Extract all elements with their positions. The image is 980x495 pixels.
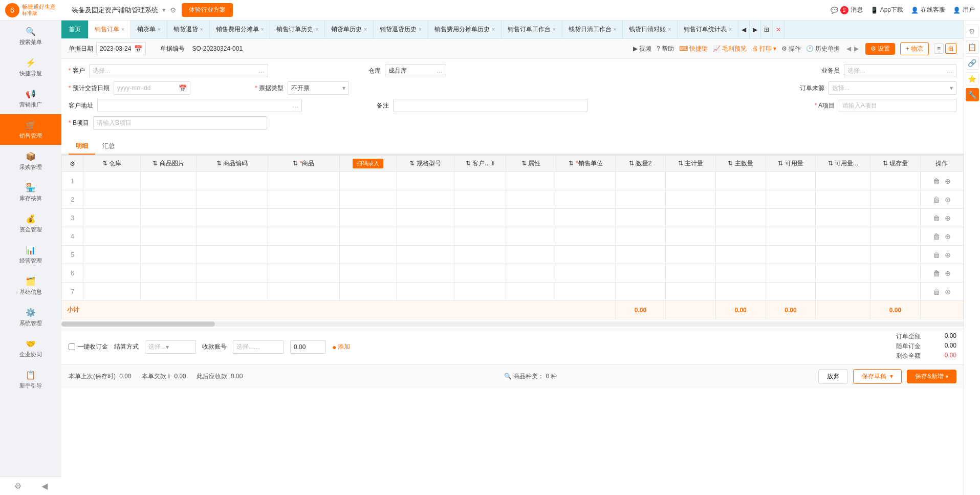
print-btn[interactable]: 🖨 打印 ▾	[752, 45, 776, 53]
tab-prev-btn[interactable]: ◀	[738, 20, 750, 39]
customer-input[interactable]: 选择... …	[89, 64, 268, 77]
sidebar-item-system[interactable]: ⚙️ 系统管理	[0, 302, 61, 333]
tab-sales-expense-close[interactable]: ×	[261, 27, 264, 32]
table-cell[interactable]	[339, 190, 397, 209]
table-cell[interactable]	[454, 190, 506, 209]
right-settings-btn[interactable]: ⚙	[966, 25, 979, 38]
tab-sales-expense-history-close[interactable]: ×	[492, 27, 495, 32]
row-delete-btn[interactable]: 🗑	[931, 288, 942, 296]
table-cell[interactable]	[339, 283, 397, 301]
table-cell[interactable]	[766, 190, 816, 209]
th-attr[interactable]: ⇅ 属性	[506, 156, 556, 172]
one-click-label[interactable]: 一键收订金	[69, 342, 108, 351]
table-cell[interactable]	[506, 264, 556, 283]
table-cell[interactable]	[140, 246, 197, 264]
table-cell[interactable]	[766, 172, 816, 190]
table-cell[interactable]	[397, 172, 454, 190]
table-cell[interactable]	[766, 209, 816, 227]
table-cell[interactable]	[397, 283, 454, 301]
table-cell[interactable]	[339, 172, 397, 190]
table-cell[interactable]	[816, 246, 870, 264]
shortcut-btn[interactable]: ⌨ 快捷键	[679, 45, 708, 53]
table-cell[interactable]	[397, 209, 454, 227]
tab-sales-order-close[interactable]: ×	[121, 27, 124, 32]
table-cell[interactable]	[140, 227, 197, 246]
table-cell[interactable]	[816, 283, 870, 301]
table-cell[interactable]	[454, 283, 506, 301]
th-spec[interactable]: ⇅ 规格型号	[397, 156, 454, 172]
right-star-btn[interactable]: ⭐	[966, 72, 979, 85]
table-cell[interactable]	[870, 190, 921, 209]
table-cell[interactable]	[616, 283, 666, 301]
table-cell[interactable]	[665, 172, 715, 190]
sidebar-item-collab[interactable]: 🤝 企业协同	[0, 333, 61, 364]
customer-address-input[interactable]: …	[97, 99, 302, 112]
table-cell[interactable]	[556, 264, 615, 283]
table-cell[interactable]	[556, 209, 615, 227]
table-cell[interactable]	[665, 246, 715, 264]
help-btn[interactable]: ? 帮助	[657, 45, 674, 53]
table-cell[interactable]	[506, 227, 556, 246]
row-copy-btn[interactable]: ⊕	[943, 288, 952, 296]
table-cell[interactable]	[556, 172, 615, 190]
th-gear[interactable]: ⚙	[62, 156, 83, 172]
scan-btn[interactable]: 扫码录入	[353, 159, 383, 168]
table-cell[interactable]	[83, 227, 140, 246]
row-delete-btn[interactable]: 🗑	[931, 251, 942, 259]
tab-sales-return-close[interactable]: ×	[200, 27, 203, 32]
single-date-input[interactable]: 2023-03-24 📅	[96, 42, 146, 55]
table-cell[interactable]	[454, 246, 506, 264]
tab-more-btn[interactable]: ⊞	[761, 20, 773, 39]
tab-sales-return-history[interactable]: 销货退货历史 ×	[374, 20, 428, 39]
table-cell[interactable]	[454, 227, 506, 246]
table-cell[interactable]	[397, 190, 454, 209]
tab-sales-invoice-history[interactable]: 销货单历史 ×	[325, 20, 374, 39]
detail-tab-summary[interactable]: 汇总	[95, 139, 122, 155]
table-cell[interactable]	[397, 264, 454, 283]
table-cell[interactable]	[715, 172, 766, 190]
amount-input[interactable]: 0.00	[290, 340, 326, 354]
table-cell[interactable]	[816, 227, 870, 246]
tab-sales-order-workspace[interactable]: 销售订单工作台 ×	[502, 20, 562, 39]
table-cell[interactable]	[556, 227, 615, 246]
table-cell[interactable]	[870, 172, 921, 190]
warehouse-dots-btn[interactable]: …	[437, 67, 443, 74]
prev-record-btn[interactable]: ◀	[845, 45, 853, 52]
sidebar-item-search[interactable]: 🔍 搜索菜单	[0, 20, 61, 52]
table-cell[interactable]	[556, 283, 615, 301]
a-project-input[interactable]: 请输入A项目	[839, 99, 956, 112]
table-cell[interactable]	[397, 227, 454, 246]
row-copy-btn[interactable]: ⊕	[943, 196, 952, 204]
tab-next-btn[interactable]: ▶	[750, 20, 761, 39]
table-cell[interactable]	[665, 283, 715, 301]
table-cell[interactable]	[715, 246, 766, 264]
table-cell[interactable]	[268, 227, 340, 246]
table-cell[interactable]	[616, 264, 666, 283]
sidebar-settings-icon[interactable]: ⚙	[14, 481, 21, 491]
table-cell[interactable]	[268, 190, 340, 209]
sidebar-item-guide[interactable]: 📋 新手引导	[0, 364, 61, 395]
view-btn[interactable]: ▶ 视频	[633, 45, 651, 53]
table-cell[interactable]	[870, 264, 921, 283]
tab-sales-order-workspace-close[interactable]: ×	[553, 27, 556, 32]
th-customer-code[interactable]: ⇅ 客户... ℹ	[454, 156, 506, 172]
receipt-account-input[interactable]: 选择... …	[233, 340, 284, 354]
invoice-type-select[interactable]: 不开票 ▾	[288, 81, 349, 95]
online-service-item[interactable]: 👤 在线客服	[911, 6, 945, 14]
th-product-code[interactable]: ⇅ 商品编码	[197, 156, 268, 172]
detail-tab-detail[interactable]: 明细	[69, 139, 95, 155]
next-record-btn[interactable]: ▶	[853, 45, 860, 52]
tab-close-all-btn[interactable]: ✕	[773, 20, 785, 39]
table-cell[interactable]	[140, 283, 197, 301]
industry-solution-button[interactable]: 体验行业方案	[182, 3, 233, 17]
th-available[interactable]: ⇅ 可用量	[766, 156, 816, 172]
tab-cash-daily-account[interactable]: 钱货日清对账 ×	[623, 20, 678, 39]
sidebar-item-marketing[interactable]: 📢 营销推广	[0, 83, 61, 114]
table-cell[interactable]	[616, 246, 666, 264]
app-download-item[interactable]: 📱 App下载	[870, 6, 903, 14]
table-cell[interactable]	[616, 172, 666, 190]
customer-dots-btn[interactable]: …	[258, 67, 265, 74]
order-source-select[interactable]: 选择... ▾	[829, 81, 956, 95]
table-cell[interactable]	[268, 283, 340, 301]
table-cell[interactable]	[715, 264, 766, 283]
